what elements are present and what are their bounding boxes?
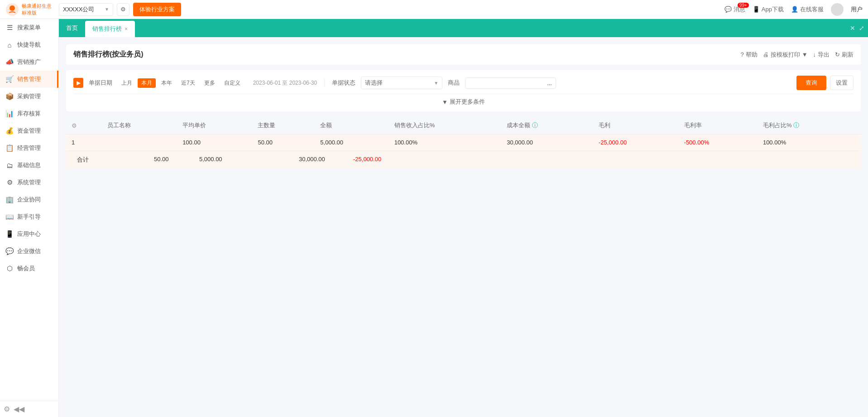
avatar[interactable] [831, 3, 844, 16]
date-range-display: 2023-06-01 至 2023-06-30 [253, 79, 317, 87]
finance-icon: 💰 [5, 127, 14, 135]
goods-filter-input[interactable]: ... [465, 77, 556, 89]
settings-bottom-icon[interactable]: ⚙ [4, 405, 10, 413]
goods-filter-label: 商品 [448, 79, 460, 87]
collapse-icon[interactable]: ◀◀ [14, 405, 24, 413]
sidebar-item-label: 销售管理 [17, 75, 41, 83]
content-area: 首页 销售排行榜 × ✕ ⤢ 销售排行榜(按业务员) [59, 19, 868, 417]
tab-restore-icon[interactable]: ⤢ [859, 24, 864, 32]
table-header: ⚙ 员工名称 平均单价 主数量 全额 销售收入占比% 成本全额 ⓘ [66, 117, 861, 134]
sidebar-item-wechat[interactable]: 💬 企业微信 [0, 243, 58, 260]
table-row: 1 100.00 50.00 5,000.00 100.00% 30,000.0… [66, 134, 861, 151]
operations-icon: 📋 [5, 144, 14, 152]
date-filter-label: 单据日期 [89, 79, 112, 87]
search-icon: ☰ [5, 24, 14, 32]
sidebar-item-enterprise[interactable]: 🏢 企业协同 [0, 191, 58, 208]
date-tab-last-month[interactable]: 上月 [118, 78, 136, 88]
col-gross-profit: 毛利 [593, 117, 679, 134]
sidebar-item-label: 应用中心 [17, 230, 41, 238]
col-avg-price: 平均单价 [177, 117, 252, 134]
filter-settings-button[interactable]: 设置 [830, 76, 854, 90]
sidebar-item-base-info[interactable]: 🗂 基础信息 [0, 157, 58, 174]
tab-bar: 首页 销售排行榜 × ✕ ⤢ [59, 19, 868, 37]
goods-input-field[interactable] [469, 80, 545, 86]
date-tabs: 上月 本月 本年 近7天 更多 自定义 [118, 78, 244, 88]
sidebar-item-finance[interactable]: 💰 资金管理 [0, 122, 58, 139]
expand-filter-icon[interactable]: ▶ [73, 78, 83, 88]
sidebar-item-label: 系统管理 [17, 178, 41, 187]
gross-ratio-info-icon[interactable]: ⓘ [793, 122, 799, 129]
page-header: 销售排行榜(按业务员) ? 帮助 🖨 按模板打印 ▼ ↓ [66, 44, 861, 65]
date-tab-this-month[interactable]: 本月 [138, 78, 156, 88]
footer-main-qty: 50.00 [149, 156, 194, 164]
sidebar-item-guide[interactable]: 📖 新手引导 [0, 208, 58, 225]
settings-button[interactable]: ⚙ [117, 3, 129, 16]
sidebar-item-label: 采购管理 [17, 92, 41, 101]
svg-point-1 [10, 5, 15, 11]
cost-info-icon[interactable]: ⓘ [532, 122, 538, 129]
query-button[interactable]: 查询 [796, 76, 826, 90]
goods-more-icon[interactable]: ... [547, 80, 552, 86]
tab-close-icon[interactable]: × [125, 26, 128, 32]
date-tab-this-year[interactable]: 本年 [158, 78, 176, 88]
main-area: ☰ 搜索菜单 ⌂ 快捷导航 📣 营销推广 🛒 销售管理 📦 采购管理 📊 库 [0, 19, 868, 417]
export-button[interactable]: ↓ 导出 [813, 51, 830, 59]
print-chevron-icon: ▼ [802, 51, 808, 58]
logo-text: 畅康通好生意 标准版 [22, 3, 52, 16]
export-icon: ↓ [813, 51, 816, 58]
col-settings[interactable]: ⚙ [66, 117, 102, 134]
status-filter-select[interactable]: 请选择 ▼ [361, 77, 442, 89]
help-button[interactable]: ? 帮助 [740, 51, 757, 59]
date-tab-custom[interactable]: 自定义 [221, 78, 244, 88]
date-tab-7days[interactable]: 近7天 [177, 78, 199, 88]
print-icon: 🖨 [763, 51, 769, 58]
message-button[interactable]: 💬 消息 99+ [724, 5, 745, 14]
online-service-button[interactable]: 👤 在线客服 [791, 5, 824, 14]
sidebar-item-label: 新手引导 [17, 213, 41, 221]
app-download-button[interactable]: 📱 App下载 [753, 5, 784, 14]
cell-gross-profit: -25,000.00 [593, 134, 679, 151]
logo-icon [5, 3, 19, 16]
tab-home-label: 首页 [66, 24, 78, 32]
cell-avg-price: 100.00 [177, 134, 252, 151]
sidebar-item-purchase[interactable]: 📦 采购管理 [0, 88, 58, 105]
sidebar-item-inventory[interactable]: 📊 库存核算 [0, 105, 58, 122]
cell-sales-ratio: 100.00% [389, 134, 502, 151]
sidebar-item-sales[interactable]: 🛒 销售管理 [0, 71, 58, 88]
col-gross-ratio: 毛利占比% ⓘ [758, 117, 861, 134]
date-tab-more[interactable]: 更多 [201, 78, 219, 88]
refresh-icon: ↻ [835, 51, 840, 58]
expand-more-button[interactable]: ▼ 展开更多条件 [73, 94, 854, 106]
sidebar-item-marketing[interactable]: 📣 营销推广 [0, 53, 58, 71]
tab-close-window-icon[interactable]: ✕ [850, 24, 855, 32]
tab-sales-ranking[interactable]: 销售排行榜 × [85, 21, 135, 37]
sidebar-item-search[interactable]: ☰ 搜索菜单 [0, 19, 58, 36]
sidebar-item-system[interactable]: ⚙ 系统管理 [0, 174, 58, 191]
page-title: 销售排行榜(按业务员) [73, 50, 144, 59]
table-footer: 合计 50.00 5,000.00 30,000.00 -25,000.00 [66, 151, 861, 168]
base-info-icon: 🗂 [5, 162, 14, 169]
cell-rank: 1 [66, 134, 102, 151]
sidebar-item-quick-nav[interactable]: ⌂ 快捷导航 [0, 36, 58, 53]
col-total-amount: 全额 [315, 117, 388, 134]
cell-main-qty: 50.00 [252, 134, 315, 151]
user-name: 用户 [851, 5, 863, 14]
status-chevron-icon: ▼ [434, 81, 438, 86]
company-selector[interactable]: XXXXX公司 ▼ [59, 3, 113, 16]
table-wrapper: ⚙ 员工名称 平均单价 主数量 全额 销售收入占比% 成本全额 ⓘ [66, 117, 861, 151]
sidebar-item-app-center[interactable]: 📱 应用中心 [0, 225, 58, 243]
sidebar-item-member[interactable]: ⬡ 畅会员 [0, 260, 58, 277]
refresh-button[interactable]: ↻ 刷新 [835, 51, 854, 59]
sidebar-item-label: 搜索菜单 [17, 24, 41, 32]
sidebar-item-label: 企业协同 [17, 196, 41, 204]
trial-button[interactable]: 体验行业方案 [133, 3, 181, 16]
sidebar: ☰ 搜索菜单 ⌂ 快捷导航 📣 营销推广 🛒 销售管理 📦 采购管理 📊 库 [0, 19, 59, 417]
template-print-button[interactable]: 🖨 按模板打印 ▼ [763, 51, 808, 59]
filter-right-buttons: 查询 设置 [796, 76, 854, 90]
footer-gross-profit: -25,000.00 [348, 156, 387, 164]
sidebar-item-label: 经营管理 [17, 144, 41, 152]
sales-icon: 🛒 [5, 75, 14, 83]
cell-gross-rate: -500.00% [679, 134, 758, 151]
sidebar-item-operations[interactable]: 📋 经营管理 [0, 139, 58, 157]
tab-home[interactable]: 首页 [59, 19, 85, 37]
